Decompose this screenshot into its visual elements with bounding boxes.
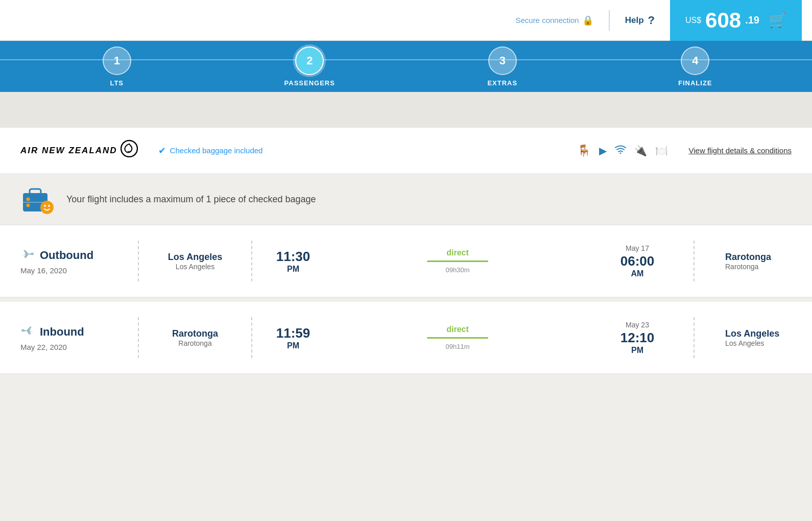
- cart-icon[interactable]: 🛒: [769, 12, 786, 29]
- outbound-arrival-block: May 17 06:00 AM: [596, 244, 678, 278]
- inbound-depart-time: 11:59: [268, 325, 319, 341]
- inbound-separator-3: [694, 317, 695, 358]
- inbound-depart-block: 11:59 PM: [268, 325, 319, 350]
- outbound-flight-middle: direct 09h30m: [319, 248, 596, 274]
- outbound-depart-time: 11:30: [268, 249, 319, 265]
- inbound-arrive-time: 12:10: [596, 330, 678, 346]
- question-icon: ?: [648, 14, 655, 27]
- inbound-date: May 22, 2020: [20, 343, 123, 351]
- step-label-1: LTS: [110, 79, 124, 87]
- progress-bar: 1 LTS 2 PASSENGERS 3 EXTRAS 4 FINALIZE: [0, 41, 812, 92]
- gray-section: [0, 92, 812, 128]
- airline-name: AIR NEW ZEALAND: [20, 146, 117, 156]
- screen-icon: ▶: [599, 145, 607, 157]
- inbound-dest-sub: Los Angeles: [725, 339, 792, 347]
- outbound-direct-line: [427, 260, 488, 262]
- help-text: Help: [625, 15, 644, 26]
- inbound-direction: Inbound May 22, 2020: [20, 324, 123, 351]
- inbound-direct-label: direct: [446, 325, 469, 334]
- topbar-divider: [609, 10, 610, 31]
- outbound-separator-3: [694, 241, 695, 281]
- progress-step-finalize: 4 FINALIZE: [599, 46, 792, 87]
- step-circle-2: 2: [295, 46, 324, 75]
- outbound-dest-sub: Rarotonga: [725, 263, 792, 271]
- outbound-depart-ampm: PM: [268, 265, 319, 274]
- inbound-dest-city: Los Angeles: [725, 328, 792, 339]
- inbound-arrival-block: May 23 12:10 PM: [596, 321, 678, 355]
- outbound-origin-sub: Los Angeles: [154, 263, 236, 271]
- baggage-banner-text: Your flight includes a maximum of 1 piec…: [66, 194, 316, 205]
- outbound-direction: Outbound May 16, 2020: [20, 248, 123, 275]
- svg-point-4: [27, 198, 30, 201]
- inbound-origin-city: Rarotonga: [154, 328, 236, 339]
- step-circle-4: 4: [681, 46, 709, 75]
- inbound-duration: 09h11m: [446, 343, 470, 350]
- svg-point-9: [48, 205, 50, 207]
- meal-icon: 🍽️: [655, 145, 668, 157]
- step-label-2: PASSENGERS: [284, 79, 335, 87]
- inbound-depart-ampm: PM: [268, 341, 319, 350]
- cart-price-cents: .19: [745, 14, 759, 26]
- top-bar: Secure connection 🔒 Help ? US$ 608 .19 🛒: [0, 0, 812, 41]
- outbound-depart-block: 11:30 PM: [268, 249, 319, 274]
- airline-header: AIR NEW ZEALAND ✔ Checked baggage includ…: [0, 128, 812, 174]
- outbound-separator-2: [251, 241, 252, 281]
- outbound-plane-icon: [20, 248, 35, 263]
- checkmark-icon: ✔: [158, 145, 166, 156]
- step-circle-1: 1: [103, 46, 131, 75]
- outbound-duration: 09h30m: [446, 266, 470, 274]
- secure-connection-text: Secure connection: [515, 16, 579, 25]
- svg-point-0: [121, 140, 137, 157]
- outbound-dest-city: Rarotonga: [725, 252, 792, 263]
- seat-icon: 🪑: [577, 144, 591, 157]
- inbound-plane-icon: [20, 324, 35, 340]
- inbound-origin: Rarotonga Rarotonga: [154, 328, 236, 347]
- secure-connection: Secure connection 🔒: [515, 15, 593, 26]
- outbound-date: May 16, 2020: [20, 266, 123, 275]
- inbound-flight-row: Inbound May 22, 2020 Rarotonga Rarotonga…: [0, 302, 812, 374]
- inbound-arrive-date: May 23: [596, 321, 678, 329]
- view-details-text: View flight details & conditions: [688, 146, 792, 155]
- step-circle-3: 3: [488, 46, 517, 75]
- baggage-banner: Your flight includes a maximum of 1 piec…: [0, 174, 812, 225]
- progress-step-passengers: 2 PASSENGERS: [213, 46, 407, 87]
- step-label-4: FINALIZE: [678, 79, 712, 87]
- svg-point-8: [44, 205, 46, 207]
- cart-price-label: US$: [685, 16, 701, 25]
- inbound-flight-middle: direct 09h11m: [319, 325, 596, 350]
- outbound-origin: Los Angeles Los Angeles: [154, 252, 236, 271]
- inbound-origin-sub: Rarotonga: [154, 339, 236, 347]
- outbound-arrive-date: May 17: [596, 244, 678, 252]
- svg-rect-3: [30, 189, 41, 194]
- cart-section[interactable]: US$ 608 .19 🛒: [670, 0, 802, 41]
- outbound-label: Outbound: [40, 249, 93, 262]
- inbound-arrive-ampm: PM: [596, 346, 678, 355]
- inbound-separator-1: [138, 317, 139, 358]
- inbound-separator-2: [251, 317, 252, 358]
- airline-logo: AIR NEW ZEALAND: [20, 140, 138, 161]
- wifi-icon: [615, 145, 626, 156]
- outbound-origin-city: Los Angeles: [154, 252, 236, 263]
- cart-price-main: 608: [705, 10, 741, 31]
- outbound-flight-row: Outbound May 16, 2020 Los Angeles Los An…: [0, 225, 812, 298]
- amenity-icons: 🪑 ▶ 🔌 🍽️: [577, 144, 668, 157]
- svg-point-5: [27, 204, 30, 207]
- outbound-arrive-ampm: AM: [596, 269, 678, 278]
- inbound-label: Inbound: [40, 325, 84, 339]
- koru-icon: [121, 140, 138, 161]
- help-section[interactable]: Help ?: [625, 14, 655, 27]
- svg-point-7: [40, 201, 54, 214]
- baggage-text: Checked baggage included: [170, 146, 263, 155]
- outbound-arrive-time: 06:00: [596, 253, 678, 269]
- step-label-3: EXTRAS: [487, 79, 517, 87]
- lock-icon: 🔒: [582, 15, 593, 26]
- outbound-dest: Rarotonga Rarotonga: [710, 252, 792, 271]
- inbound-dest: Los Angeles Los Angeles: [710, 328, 792, 347]
- baggage-banner-icon: [20, 184, 56, 215]
- view-details-link[interactable]: View flight details & conditions: [688, 146, 792, 155]
- svg-point-1: [620, 153, 622, 154]
- baggage-link[interactable]: ✔ Checked baggage included: [158, 145, 263, 156]
- progress-step-extras: 3 EXTRAS: [406, 46, 599, 87]
- progress-step-results: 1 LTS: [20, 46, 213, 87]
- power-icon: 🔌: [634, 145, 647, 157]
